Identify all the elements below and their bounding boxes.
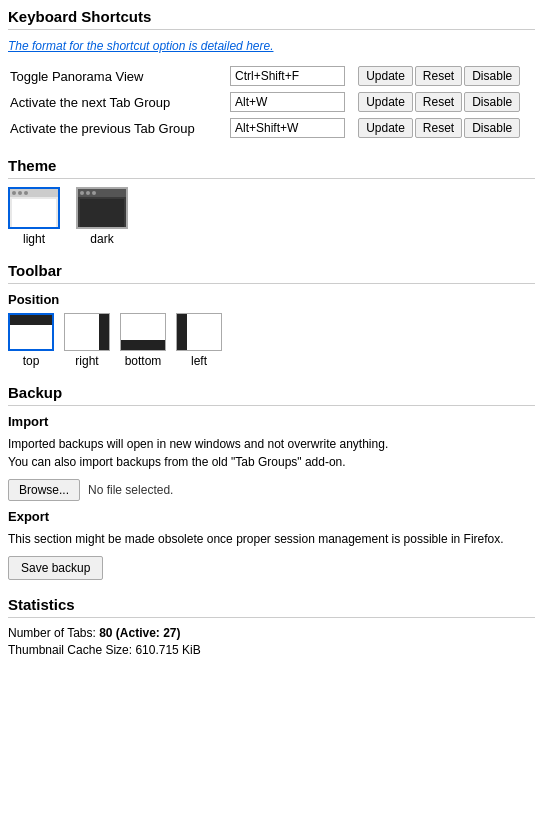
- cache-label: Thumbnail Cache Size:: [8, 643, 132, 657]
- shortcut-actions-2: Update Reset Disable: [356, 115, 535, 141]
- update-btn-0[interactable]: Update: [358, 66, 413, 86]
- import-text1: Imported backups will open in new window…: [8, 435, 535, 471]
- keyboard-shortcuts-section: Keyboard Shortcuts The format for the sh…: [8, 8, 535, 141]
- dark-dot-3: [92, 191, 96, 195]
- cache-value: 610.715 KiB: [135, 643, 200, 657]
- tabs-label: Number of Tabs:: [8, 626, 96, 640]
- shortcut-actions-0: Update Reset Disable: [356, 63, 535, 89]
- dark-inner: [78, 189, 126, 227]
- light-dot-1: [12, 191, 16, 195]
- toolbar-divider: [8, 283, 535, 284]
- shortcut-actions-1: Update Reset Disable: [356, 89, 535, 115]
- theme-title: Theme: [8, 157, 535, 174]
- backup-divider: [8, 405, 535, 406]
- tabs-row: Number of Tabs: 80 (Active: 27): [8, 626, 535, 640]
- toolbar-section: Toolbar Position top right bottom: [8, 262, 535, 368]
- disable-btn-1[interactable]: Disable: [464, 92, 520, 112]
- cache-row: Thumbnail Cache Size: 610.715 KiB: [8, 643, 535, 657]
- no-file-label: No file selected.: [88, 483, 173, 497]
- theme-option-light[interactable]: light: [8, 187, 60, 246]
- position-option-top[interactable]: top: [8, 313, 54, 368]
- shortcut-label-1: Activate the next Tab Group: [8, 89, 228, 115]
- toolbar-title: Toolbar: [8, 262, 535, 279]
- save-backup-button[interactable]: Save backup: [8, 556, 103, 580]
- tabs-value: 80 (Active: 27): [99, 626, 180, 640]
- update-btn-1[interactable]: Update: [358, 92, 413, 112]
- position-option-bottom[interactable]: bottom: [120, 313, 166, 368]
- reset-btn-0[interactable]: Reset: [415, 66, 462, 86]
- pos-label-bottom: bottom: [125, 354, 162, 368]
- light-top-bar: [10, 189, 58, 197]
- shortcut-input-cell-1: [228, 89, 356, 115]
- shortcut-input-cell-0: [228, 63, 356, 89]
- pos-label-right: right: [75, 354, 98, 368]
- pos-label-top: top: [23, 354, 40, 368]
- keyboard-shortcuts-divider: [8, 29, 535, 30]
- theme-thumb-light: [8, 187, 60, 229]
- theme-options: light dark: [8, 187, 535, 246]
- pos-label-left: left: [191, 354, 207, 368]
- disable-btn-0[interactable]: Disable: [464, 66, 520, 86]
- export-text: This section might be made obsolete once…: [8, 530, 535, 548]
- pos-bar-right: [99, 314, 109, 350]
- dark-dot-2: [86, 191, 90, 195]
- backup-title: Backup: [8, 384, 535, 401]
- keyboard-shortcuts-title: Keyboard Shortcuts: [8, 8, 535, 25]
- theme-option-dark[interactable]: dark: [76, 187, 128, 246]
- backup-section: Backup Import Imported backups will open…: [8, 384, 535, 580]
- shortcut-input-cell-2: [228, 115, 356, 141]
- dark-dot-1: [80, 191, 84, 195]
- shortcut-label-0: Toggle Panorama View: [8, 63, 228, 89]
- shortcuts-table: Toggle Panorama View Update Reset Disabl…: [8, 63, 535, 141]
- shortcut-label-2: Activate the previous Tab Group: [8, 115, 228, 141]
- position-option-right[interactable]: right: [64, 313, 110, 368]
- browse-button[interactable]: Browse...: [8, 479, 80, 501]
- theme-thumb-dark: [76, 187, 128, 229]
- dark-content: [80, 199, 124, 227]
- theme-divider: [8, 178, 535, 179]
- pos-thumb-top: [8, 313, 54, 351]
- shortcut-row-2: Activate the previous Tab Group Update R…: [8, 115, 535, 141]
- light-dot-2: [18, 191, 22, 195]
- statistics-divider: [8, 617, 535, 618]
- reset-btn-2[interactable]: Reset: [415, 118, 462, 138]
- format-link[interactable]: The format for the shortcut option is de…: [8, 39, 273, 53]
- shortcut-input-1[interactable]: [230, 92, 345, 112]
- light-content: [12, 199, 56, 227]
- shortcut-row-1: Activate the next Tab Group Update Reset…: [8, 89, 535, 115]
- pos-bar-top: [10, 315, 52, 325]
- pos-thumb-right: [64, 313, 110, 351]
- update-btn-2[interactable]: Update: [358, 118, 413, 138]
- light-dot-3: [24, 191, 28, 195]
- dark-top-bar: [78, 189, 126, 197]
- browse-row: Browse... No file selected.: [8, 479, 535, 501]
- pos-bar-left: [177, 314, 187, 350]
- shortcut-row-0: Toggle Panorama View Update Reset Disabl…: [8, 63, 535, 89]
- statistics-section: Statistics Number of Tabs: 80 (Active: 2…: [8, 596, 535, 657]
- light-inner: [10, 189, 58, 227]
- shortcut-input-0[interactable]: [230, 66, 345, 86]
- pos-thumb-bottom: [120, 313, 166, 351]
- position-options: top right bottom left: [8, 313, 535, 368]
- position-title: Position: [8, 292, 535, 307]
- pos-thumb-left: [176, 313, 222, 351]
- position-option-left[interactable]: left: [176, 313, 222, 368]
- disable-btn-2[interactable]: Disable: [464, 118, 520, 138]
- theme-label-light: light: [23, 232, 45, 246]
- theme-section: Theme light: [8, 157, 535, 246]
- pos-bar-bottom: [121, 340, 165, 350]
- theme-label-dark: dark: [90, 232, 113, 246]
- shortcut-input-2[interactable]: [230, 118, 345, 138]
- import-title: Import: [8, 414, 535, 429]
- reset-btn-1[interactable]: Reset: [415, 92, 462, 112]
- export-title: Export: [8, 509, 535, 524]
- statistics-title: Statistics: [8, 596, 535, 613]
